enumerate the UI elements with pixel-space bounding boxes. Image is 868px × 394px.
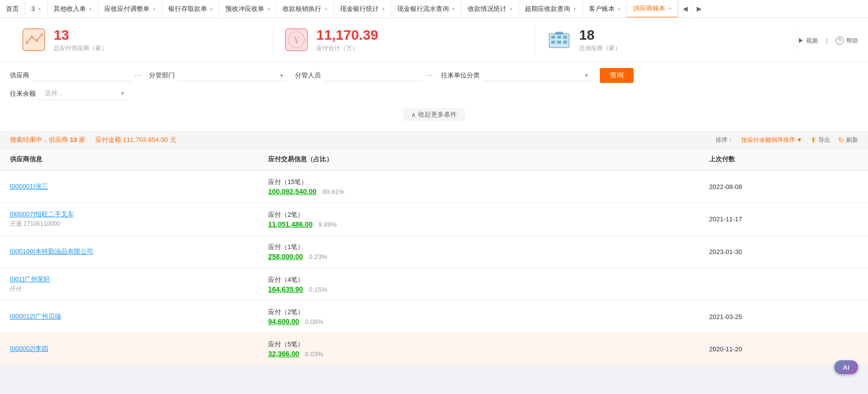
close-icon[interactable]: × xyxy=(668,5,671,11)
nav-other-income[interactable]: 其他收入单 × xyxy=(48,0,98,18)
svg-text:¥: ¥ xyxy=(294,34,299,46)
ap-suppliers-info: 13 总应付供应商（家） xyxy=(54,27,107,53)
close-icon[interactable]: × xyxy=(89,6,92,12)
nav-cash-bank-stat[interactable]: 现金银行统计 × xyxy=(334,0,391,18)
table-header: 供应商信息 应付交易信息（占比） 上次付数 xyxy=(0,149,868,171)
nav-advance-collection[interactable]: 预收冲应收单 × xyxy=(219,0,277,18)
ap-info-cell: 应付（4笔） 164,635.90 0.15% xyxy=(268,275,709,293)
last-pay-cell: 2021-03-25 xyxy=(709,313,858,321)
supplier-link[interactable]: [000012]广州贝瑞 xyxy=(10,312,268,321)
svg-rect-12 xyxy=(551,41,555,44)
total-suppliers-icon xyxy=(545,26,573,54)
close-icon[interactable]: × xyxy=(267,6,270,12)
svg-point-3 xyxy=(36,40,38,42)
result-info: 搜索结果中，供应商 13 家 应付金额 111,703,854.00 元 xyxy=(10,135,176,144)
summary-help: ▶ 视频 ｜ ? 帮助 xyxy=(798,35,858,45)
nav-cash-flow-query[interactable]: 现金银行流水查询 × xyxy=(391,0,461,18)
ai-button[interactable]: Ai xyxy=(834,360,858,374)
top-navigation: 首页 3 × 其他收入单 × 应收应付调整单 × 银行存取款单 × 预收冲应收单… xyxy=(0,0,868,18)
last-pay-cell: 2021-11-17 xyxy=(709,215,858,223)
table-row[interactable]: [000100]本特勤油品有限公司 应付（1笔） 258,000.00 0.23… xyxy=(0,236,868,268)
supplier-link[interactable]: [000100]本特勤油品有限公司 xyxy=(10,247,268,256)
help-link[interactable]: ? 帮助 xyxy=(836,37,858,45)
person-input[interactable] xyxy=(324,69,423,81)
supplier-link[interactable]: [000002]李四 xyxy=(10,344,268,353)
export-button[interactable]: ⬆ 导出 xyxy=(810,136,830,144)
summary-card-ap-suppliers: 13 总应付供应商（家） xyxy=(10,26,273,54)
filter-supplier: 供应商 ··· xyxy=(10,69,141,81)
table-row[interactable]: [000001]张三 应付（15笔） 100,092,540.00 89.61%… xyxy=(0,171,868,203)
filter-balance: 往来余额 选择... ▾ xyxy=(10,87,128,100)
nav-home[interactable]: 首页 xyxy=(0,0,25,18)
last-pay-cell: 2023-01-30 xyxy=(709,248,858,256)
close-icon[interactable]: × xyxy=(324,6,327,12)
refresh-button[interactable]: ↻ 刷新 xyxy=(838,136,858,144)
category-select[interactable]: ▾ xyxy=(483,70,592,81)
close-icon[interactable]: × xyxy=(509,6,512,12)
query-button[interactable]: 查询 xyxy=(600,68,634,83)
table-row[interactable]: [001]广州荣轩 仔仔 应付（4笔） 164,635.90 0.15% xyxy=(0,268,868,301)
nav-supplier-account[interactable]: 供应商账本 × xyxy=(627,0,678,18)
nav-ar-ap-adjust[interactable]: 应收应付调整单 × xyxy=(98,0,162,18)
close-icon[interactable]: × xyxy=(618,6,621,12)
ap-suppliers-icon xyxy=(20,26,48,54)
close-icon[interactable]: × xyxy=(452,6,455,12)
ap-info-cell: 应付（2笔） 94,600.00 0.08% xyxy=(268,308,709,326)
nav-right-arrow[interactable]: ▶ xyxy=(692,0,706,18)
filter-row-1: 供应商 ··· 分管部门 ▾ 分管人员 ··· 往来单位分类 ▾ 查询 xyxy=(10,68,858,83)
summary-bar: 13 总应付供应商（家） ¥ 11,170.39 应付合计（万） xyxy=(0,18,868,62)
chevron-up-icon: ∧ xyxy=(411,111,416,119)
table-row[interactable]: [000002]李四 应付（5笔） 32,366.00 0.03% 2020-1… xyxy=(0,333,868,365)
dept-select[interactable]: ▾ xyxy=(178,70,287,81)
svg-point-2 xyxy=(31,36,33,38)
supplier-info-cell: [000007]恒旺二手叉车 王通 17106110000 xyxy=(10,210,268,228)
nav-overdue-ar[interactable]: 超期应收款查询 × xyxy=(519,0,582,18)
filter-person: 分管人员 ··· xyxy=(295,69,433,81)
filter-dept: 分管部门 ▾ xyxy=(149,70,287,81)
close-icon[interactable]: × xyxy=(573,6,576,12)
supplier-more-icon[interactable]: ··· xyxy=(135,71,141,80)
supplier-link[interactable]: [000001]张三 xyxy=(10,182,268,191)
table-row[interactable]: [000007]恒旺二手叉车 王通 17106110000 应付（2笔） 11,… xyxy=(0,203,868,236)
nav-left-arrow[interactable]: ◀ xyxy=(678,0,692,18)
person-more-icon[interactable]: ··· xyxy=(426,71,433,80)
svg-rect-13 xyxy=(557,41,561,44)
sort-select[interactable]: 按应付余额倒序排序 ▼ xyxy=(741,136,802,144)
nav-bank-deposit[interactable]: 银行存取款单 × xyxy=(162,0,219,18)
supplier-input[interactable] xyxy=(32,69,132,81)
supplier-info-cell: [000001]张三 xyxy=(10,182,268,191)
category-dropdown-icon: ▾ xyxy=(585,72,588,79)
balance-select[interactable]: 选择... ▾ xyxy=(39,87,128,100)
collapse-button[interactable]: ∧ 收起更多条件 xyxy=(403,108,465,121)
ap-total-icon: ¥ xyxy=(283,26,310,54)
nav-customer-account[interactable]: 客户账本 × xyxy=(583,0,627,18)
ap-info-cell: 应付（1笔） 258,000.00 0.23% xyxy=(268,243,709,261)
svg-point-4 xyxy=(41,34,43,36)
result-bar: 搜索结果中，供应商 13 家 应付金额 111,703,854.00 元 排序：… xyxy=(0,131,868,149)
close-icon[interactable]: × xyxy=(382,6,385,12)
close-icon[interactable]: × xyxy=(152,6,155,12)
nav-payment-exec[interactable]: 收款核销执行 × xyxy=(277,0,334,18)
nav-tab-3[interactable]: 3 × xyxy=(25,0,48,18)
col-supplier-info: 供应商信息 xyxy=(10,155,268,164)
table-row[interactable]: [000012]广州贝瑞 应付（2笔） 94,600.00 0.08% 2021… xyxy=(0,301,868,333)
help-circle-icon: ? xyxy=(836,37,844,45)
filter-bar: 供应商 ··· 分管部门 ▾ 分管人员 ··· 往来单位分类 ▾ 查询 往来 xyxy=(0,62,868,131)
supplier-link[interactable]: [001]广州荣轩 xyxy=(10,275,268,284)
svg-rect-0 xyxy=(23,29,45,51)
ap-info-cell: 应付（15笔） 100,092,540.00 89.61% xyxy=(268,178,709,196)
svg-rect-9 xyxy=(551,36,555,39)
result-actions: 排序： 按应付余额倒序排序 ▼ ⬆ 导出 ↻ 刷新 xyxy=(716,136,858,144)
video-link[interactable]: ▶ 视频 xyxy=(798,37,817,45)
dept-dropdown-icon: ▾ xyxy=(280,72,283,79)
ap-info-cell: 应付（5笔） 32,366.00 0.03% xyxy=(268,340,709,358)
summary-card-ap-total: ¥ 11,170.39 应付合计（万） xyxy=(273,26,535,54)
supplier-link[interactable]: [000007]恒旺二手叉车 xyxy=(10,210,268,219)
total-suppliers-info: 18 总供应商（家） xyxy=(579,27,621,53)
svg-rect-11 xyxy=(563,36,567,39)
nav-collection-stat[interactable]: 收款情况统计 × xyxy=(462,0,519,18)
close-icon[interactable]: × xyxy=(38,6,41,12)
close-icon[interactable]: × xyxy=(210,6,213,12)
filter-category: 往来单位分类 ▾ xyxy=(441,70,592,81)
supplier-info-cell: [001]广州荣轩 仔仔 xyxy=(10,275,268,293)
